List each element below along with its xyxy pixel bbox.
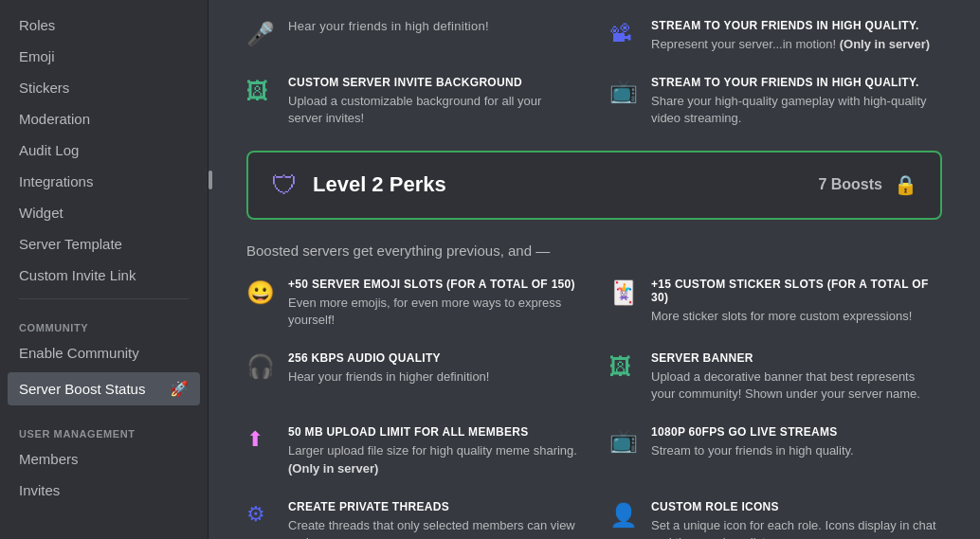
private-threads-title: CREATE PRIVATE THREADS [288, 500, 579, 513]
role-icons-title: CUSTOM ROLE ICONS [651, 500, 942, 513]
emoji-slots-icon: 😀 [246, 279, 275, 306]
perk-item-invite-bg: 🖼 CUSTOM SERVER INVITE BACKGROUND Upload… [246, 76, 579, 127]
sidebar-item-widget[interactable]: Widget [8, 197, 200, 228]
invite-bg-desc: Upload a customizable background for all… [288, 93, 579, 127]
perk-item-animated-banner: 📽 STREAM TO YOUR FRIENDS IN HIGH QUALITY… [609, 19, 942, 53]
sidebar-item-server-boost-status[interactable]: Server Boost Status 🚀 [8, 372, 200, 405]
level-box-right: 7 Boosts 🔒 [818, 173, 917, 196]
go-live-desc: Stream to your friends in high quality. [651, 442, 854, 459]
upload-limit-desc: Larger upload file size for high quality… [288, 442, 579, 476]
sidebar-divider [19, 298, 189, 299]
server-banner-icon: 🖼 [609, 353, 638, 380]
stream-quality-icon: 📺 [609, 78, 638, 104]
stream-quality-title: STREAM TO YOUR FRIENDS IN HIGH QUALITY. [651, 76, 942, 89]
sidebar-item-invites[interactable]: Invites [8, 475, 200, 506]
main-content: 🎤 Hear your friends in high definition! … [209, 0, 980, 539]
perk-item-sticker-slots: 🃏 +15 CUSTOM STICKER SLOTS (FOR A TOTAL … [609, 278, 942, 329]
perk-item-role-icons: 👤 CUSTOM ROLE ICONS Set a unique icon fo… [609, 500, 942, 539]
sidebar-item-integrations[interactable]: Integrations [8, 166, 200, 197]
sidebar-item-audit-log[interactable]: Audit Log [8, 135, 200, 166]
sidebar-item-emoji[interactable]: Emoji [8, 41, 200, 72]
emoji-slots-desc: Even more emojis, for even more ways to … [288, 295, 579, 329]
sidebar-item-enable-community[interactable]: Enable Community [8, 337, 200, 368]
sidebar-item-stickers[interactable]: Stickers [8, 72, 200, 103]
perks-grid: 😀 +50 SERVER EMOJI SLOTS (FOR A TOTAL OF… [246, 278, 942, 539]
perk-item-upload-limit: ⬆ 50 MB UPLOAD LIMIT FOR ALL MEMBERS Lar… [246, 425, 579, 476]
animated-banner-icon: 📽 [609, 21, 638, 47]
animated-banner-title: STREAM TO YOUR FRIENDS IN HIGH QUALITY. [651, 19, 930, 32]
invite-bg-icon: 🖼 [246, 78, 275, 104]
hd-voice-title: Hear your friends in high definition! [288, 19, 489, 33]
invite-bg-title: CUSTOM SERVER INVITE BACKGROUND [288, 76, 579, 89]
user-management-section-label: USER MANAGEMENT [8, 413, 200, 443]
perk-item-private-threads: ⚙ CREATE PRIVATE THREADS Create threads … [246, 500, 579, 539]
go-live-title: 1080P 60FPS GO LIVE STREAMS [651, 425, 854, 439]
audio-quality-icon: 🎧 [246, 353, 275, 380]
perk-item-stream-quality: 📺 STREAM TO YOUR FRIENDS IN HIGH QUALITY… [609, 76, 942, 127]
emoji-slots-title: +50 SERVER EMOJI SLOTS (FOR A TOTAL OF 1… [288, 278, 579, 291]
sidebar-item-custom-invite-link[interactable]: Custom Invite Link [8, 260, 200, 291]
upload-limit-icon: ⬆ [246, 427, 275, 452]
audio-quality-desc: Hear your friends in higher definition! [288, 368, 489, 386]
server-banner-desc: Upload a decorative banner that best rep… [651, 368, 942, 403]
private-threads-icon: ⚙ [246, 502, 275, 527]
boosts-label: 7 Boosts [818, 176, 882, 193]
level-box: 🛡 Level 2 Perks 7 Boosts 🔒 [246, 151, 942, 220]
top-perks-grid: 🎤 Hear your friends in high definition! … [246, 19, 942, 128]
role-icons-icon: 👤 [609, 502, 638, 529]
lock-icon: 🔒 [894, 173, 917, 196]
sidebar-item-server-template[interactable]: Server Template [8, 228, 200, 260]
sticker-slots-title: +15 CUSTOM STICKER SLOTS (FOR A TOTAL OF… [651, 278, 942, 304]
go-live-icon: 📺 [609, 427, 638, 454]
shield-icon: 🛡 [271, 170, 298, 201]
level-box-left: 🛡 Level 2 Perks [271, 170, 446, 201]
perk-item-server-banner: 🖼 SERVER BANNER Upload a decorative bann… [609, 351, 942, 403]
perk-item-audio-quality: 🎧 256 KBPS AUDIO QUALITY Hear your frien… [246, 351, 579, 403]
perk-item-go-live: 📺 1080P 60FPS GO LIVE STREAMS Stream to … [609, 425, 942, 476]
sidebar-item-moderation[interactable]: Moderation [8, 103, 200, 135]
boosted-intro: Boosted servers get everything previous,… [246, 243, 942, 259]
sticker-slots-desc: More sticker slots for more custom expre… [651, 308, 942, 325]
level-title: Level 2 Perks [313, 172, 446, 197]
sidebar-item-roles[interactable]: Roles [8, 9, 200, 41]
sticker-slots-icon: 🃏 [609, 279, 638, 306]
community-section-label: COMMUNITY [8, 307, 200, 337]
server-banner-title: SERVER BANNER [651, 351, 942, 365]
boost-icon: 🚀 [170, 380, 189, 398]
stream-quality-desc: Share your high-quality gameplay with hi… [651, 93, 942, 127]
audio-quality-title: 256 KBPS AUDIO QUALITY [288, 351, 489, 365]
animated-banner-desc: Represent your server...in motion! (Only… [651, 36, 930, 53]
private-threads-desc: Create threads that only selected member… [288, 517, 579, 539]
sidebar: Roles Emoji Stickers Moderation Audit Lo… [0, 0, 209, 539]
scroll-area: 🎤 Hear your friends in high definition! … [209, 0, 980, 539]
role-icons-desc: Set a unique icon for each role. Icons d… [651, 517, 942, 539]
sidebar-item-members[interactable]: Members [8, 443, 200, 475]
perk-item-emoji-slots: 😀 +50 SERVER EMOJI SLOTS (FOR A TOTAL OF… [246, 278, 579, 329]
upload-limit-title: 50 MB UPLOAD LIMIT FOR ALL MEMBERS [288, 425, 579, 439]
hd-voice-icon: 🎤 [246, 21, 275, 47]
scrollbar-indicator[interactable] [209, 171, 212, 189]
perk-item-hd-voice: 🎤 Hear your friends in high definition! [246, 19, 579, 53]
